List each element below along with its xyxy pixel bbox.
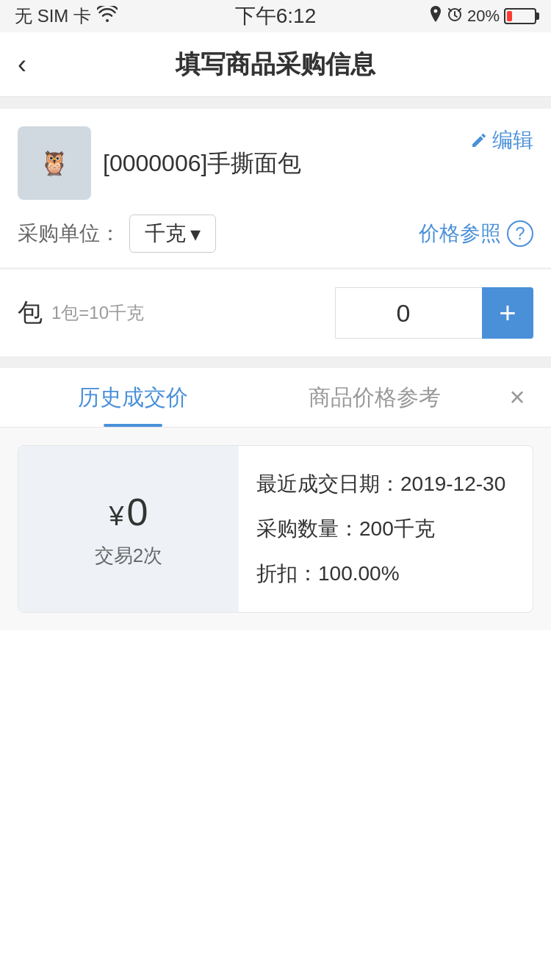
- recent-date-label: 最近成交日期：: [256, 472, 400, 495]
- price-ref-button[interactable]: 价格参照 ?: [419, 220, 533, 248]
- discount-row: 折扣：100.00%: [256, 558, 515, 591]
- tab-price-ref-label: 商品价格参考: [309, 383, 441, 413]
- purchase-qty-label: 采购数量：: [256, 517, 359, 540]
- unit-label: 采购单位：: [18, 220, 120, 248]
- location-icon: [429, 6, 442, 26]
- battery-fill: [507, 11, 512, 21]
- signal-label: 无 SIM 卡: [15, 4, 91, 28]
- edit-icon: [470, 131, 488, 149]
- price-card-right: 最近成交日期：2019-12-30 采购数量：200千克 折扣：100.00%: [239, 446, 533, 612]
- status-time: 下午6:12: [235, 2, 317, 30]
- price-ref-help-icon: ?: [507, 220, 533, 247]
- tab-row: 历史成交价 商品价格参考 ×: [0, 368, 551, 428]
- status-left: 无 SIM 卡: [15, 4, 118, 28]
- price-amount: 0: [127, 490, 148, 534]
- tab-history-price[interactable]: 历史成交价: [12, 368, 253, 427]
- edit-button[interactable]: 编辑: [470, 126, 533, 154]
- discount-label: 折扣：: [256, 562, 318, 585]
- purchase-qty-row: 采购数量：200千克: [256, 513, 515, 546]
- battery-icon: [504, 8, 536, 24]
- discount-value: 100.00%: [318, 562, 400, 585]
- qty-hint: 1包=10千克: [51, 301, 144, 325]
- product-header: 🦉 [0000006]手撕面包 编辑: [18, 126, 533, 200]
- qty-plus-button[interactable]: +: [482, 287, 533, 339]
- back-button[interactable]: ‹: [18, 49, 26, 80]
- tab-close-button[interactable]: ×: [495, 368, 539, 427]
- price-currency: ¥: [109, 501, 124, 532]
- price-card-left: ¥ 0 交易2次: [18, 446, 239, 612]
- qty-input-group: +: [335, 287, 533, 339]
- status-right: 20%: [429, 6, 536, 26]
- qty-label: 包 1包=10千克: [18, 296, 144, 330]
- quantity-section: 包 1包=10千克 +: [0, 269, 551, 356]
- price-history-section: ¥ 0 交易2次 最近成交日期：2019-12-30 采购数量：200千克 折扣…: [0, 428, 551, 630]
- recent-date-row: 最近成交日期：2019-12-30: [256, 468, 515, 501]
- trade-count: 交易2次: [95, 543, 162, 569]
- nav-bar: ‹ 填写商品采购信息: [0, 32, 551, 97]
- product-left: 🦉 [0000006]手撕面包: [18, 126, 301, 200]
- wifi-icon: [97, 6, 118, 26]
- purchase-qty-value: 200千克: [359, 517, 435, 540]
- recent-date-value: 2019-12-30: [400, 472, 505, 495]
- page-title: 填写商品采购信息: [176, 48, 375, 82]
- status-bar: 无 SIM 卡 下午6:12 20%: [0, 0, 551, 32]
- price-card: ¥ 0 交易2次 最近成交日期：2019-12-30 采购数量：200千克 折扣…: [18, 445, 533, 613]
- tab-price-ref[interactable]: 商品价格参考: [253, 368, 495, 427]
- product-thumbnail: 🦉: [18, 126, 91, 200]
- qty-unit: 包: [18, 296, 43, 330]
- product-icon: 🦉: [40, 149, 69, 177]
- edit-label: 编辑: [492, 126, 533, 154]
- unit-select[interactable]: 千克 ▾: [129, 215, 216, 253]
- product-unit-row: 采购单位： 千克 ▾ 价格参照 ?: [18, 215, 533, 253]
- product-card: 🦉 [0000006]手撕面包 编辑 采购单位： 千克 ▾ 价格参照 ?: [0, 109, 551, 267]
- dropdown-arrow-icon: ▾: [190, 222, 201, 246]
- alarm-icon: [447, 6, 463, 26]
- section-divider: [0, 356, 551, 368]
- empty-area: [0, 630, 551, 980]
- qty-input[interactable]: [335, 287, 482, 339]
- unit-value: 千克: [145, 220, 186, 248]
- battery-percent: 20%: [467, 7, 500, 26]
- product-name: [0000006]手撕面包: [103, 147, 301, 180]
- tab-history-label: 历史成交价: [78, 383, 188, 413]
- price-ref-label: 价格参照: [419, 220, 501, 248]
